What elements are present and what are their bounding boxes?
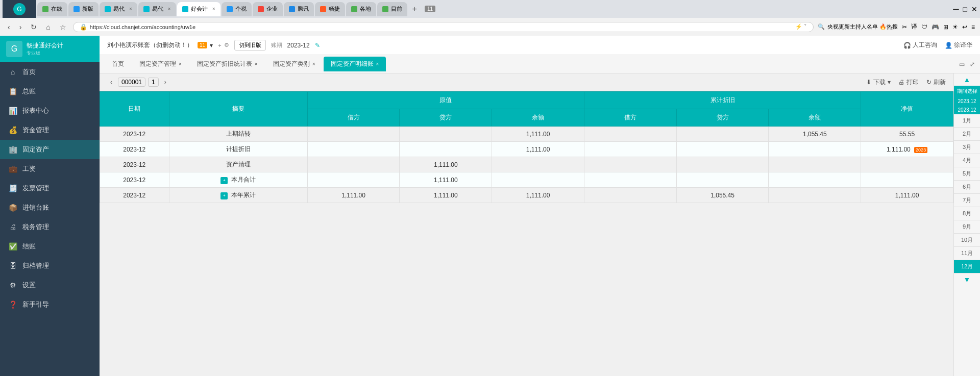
ledger-table: 日期 摘要 原值 累计折旧 净值 借方 贷方 余额 借方 贷方 余额 [100,91,953,203]
sidebar-item-ledger[interactable]: 📋 总账 [0,82,100,101]
expand-icon[interactable]: ⤢ [970,61,975,68]
cell-orig-balance: 1,111.00 [492,142,584,157]
period-month-5[interactable]: 5月 [954,167,980,181]
home-button[interactable]: ⌂ [43,22,53,32]
refresh-button[interactable]: ↻ 刷新 [926,78,946,87]
tab-favicon [182,6,188,12]
period-month-3[interactable]: 3月 [954,141,980,154]
refresh-button[interactable]: ↻ [28,22,39,32]
browser-tab-changjie[interactable]: 畅捷 [315,2,345,16]
cell-summary: + 本年累计 [169,188,307,203]
service-button[interactable]: 🎧 人工咨询 [903,41,937,49]
collapse-icon[interactable]: ▭ [959,61,965,68]
tab-close-icon[interactable]: × [212,6,215,12]
back-button[interactable]: ‹ [5,22,13,32]
page-tab-depreciation-stats[interactable]: 固定资产折旧统计表 × [190,57,265,71]
period-month-7[interactable]: 7月 [954,194,980,207]
period-year-2023-12-2[interactable]: 2023.12 [954,106,980,114]
edit-period-icon[interactable]: ✎ [315,42,320,49]
grid-icon[interactable]: ⊞ [943,23,948,31]
browser-tab-yidai1[interactable]: 易代 × [100,2,137,16]
period-month-4[interactable]: 4月 [954,154,980,167]
translate-icon[interactable]: 译 [911,22,917,31]
theme-icon[interactable]: ☀ [952,23,958,31]
sidebar-item-home[interactable]: ⌂ 首页 [0,62,100,82]
period-year-2023-12[interactable]: 2023.12 [954,97,980,106]
address-bar[interactable]: 🔒 https://cloud.chanjet.com/accounting/u… [73,22,814,32]
prev-page-button[interactable]: ‹ [107,78,115,87]
close-icon[interactable]: ✕ [971,5,977,13]
sidebar-item-funds[interactable]: 💰 资金管理 [0,120,100,140]
bookmark-button[interactable]: ☆ [57,22,69,32]
shield-icon[interactable]: 🛡 [921,23,927,31]
page-number[interactable]: 1 [148,78,159,87]
browser-tab-yidai2[interactable]: 易代 × [138,2,176,16]
period-month-6[interactable]: 6月 [954,181,980,194]
browser-tab-gedi[interactable]: 各地 [346,2,376,16]
browser-tab-muqian[interactable]: 目前 [377,2,407,16]
browser-tab-haokuaiji[interactable]: 好会计 × [177,2,220,16]
page-tab-fixed-assets-mgmt[interactable]: 固定资产管理 × [132,57,189,71]
th-orig-debit: 借方 [307,109,400,127]
tab-close-icon[interactable]: × [129,6,132,12]
next-page-button[interactable]: › [161,78,169,87]
tab-favicon [105,6,111,12]
browser-tab-geshui[interactable]: 个税 [222,2,252,16]
cell-accum-credit [676,157,769,172]
sidebar-item-tax[interactable]: 🖨 税务管理 [0,217,100,237]
add-company-icon[interactable]: + [218,42,221,48]
browser-tab-xinban[interactable]: 新版 [68,2,99,16]
company-selector[interactable]: 刘小艳演示账套（勿删勿动！） 11 ▾ + ⚙ [107,41,229,49]
invoice-icon: 🧾 [8,184,17,193]
th-orig-credit: 贷方 [400,109,492,127]
maximize-icon[interactable]: □ [963,5,967,13]
download-button[interactable]: ⬇ 下载 ▾ [866,78,891,87]
period-month-10[interactable]: 10月 [954,234,980,247]
tab-area-actions: ▭ ⤢ [959,61,975,68]
period-header[interactable]: 期间选择 [954,86,980,97]
tab-close-asset-category[interactable]: × [312,61,315,67]
sidebar-item-guide[interactable]: ❓ 新手引导 [0,295,100,314]
browser-tab-tencent[interactable]: 腾讯 [284,2,314,16]
history-icon[interactable]: ↩ [962,23,967,31]
sidebar-item-salary[interactable]: 💼 工资 [0,159,100,179]
print-button[interactable]: 🖨 打印 [898,78,919,87]
sidebar-item-archive[interactable]: 🗄 归档管理 [0,256,100,275]
forward-button[interactable]: › [17,22,24,32]
browser-tab-qiye[interactable]: 企业 [253,2,283,16]
home-icon: ⌂ [8,67,17,77]
user-profile[interactable]: 👤 徐译华 [945,41,972,49]
sidebar-item-invoice[interactable]: 🧾 发票管理 [0,179,100,198]
minimize-icon[interactable]: ─ [953,5,959,14]
sidebar-item-reports[interactable]: 📊 报表中心 [0,101,100,120]
tab-close-icon[interactable]: × [168,6,171,12]
menu-icon[interactable]: ≡ [971,23,975,31]
page-tab-home[interactable]: 首页 [105,57,131,71]
tab-close-fixed-assets-mgmt[interactable]: × [179,61,182,67]
period-month-11[interactable]: 11月 [954,247,980,260]
funds-icon: 💰 [8,126,17,135]
period-month-9[interactable]: 9月 [954,220,980,234]
tab-close-depreciation-stats[interactable]: × [255,61,258,67]
cell-orig-balance [492,157,584,172]
sidebar: G 畅捷通好会计 专业版 ⌂ 首页 📋 总账 📊 报表中心 💰 资金管理 [0,36,100,376]
settings-company-icon[interactable]: ⚙ [224,42,229,48]
tab-close-asset-ledger[interactable]: × [376,61,379,67]
switch-version-button[interactable]: 切到旧版 [234,40,266,51]
browser-tab-zaixin[interactable]: 在线 [37,2,67,16]
sidebar-item-purchase-sales[interactable]: 📦 进销台账 [0,198,100,217]
sidebar-item-fixed-assets[interactable]: 🏢 固定资产 [0,140,100,159]
period-month-12[interactable]: 12月 [954,260,980,273]
scissors-icon[interactable]: ✂ [902,23,907,31]
period-scroll-down[interactable]: ▼ [954,273,980,286]
period-scroll-up[interactable]: ▲ [954,73,980,86]
page-tab-asset-ledger[interactable]: 固定资产明细账 × [324,57,386,71]
period-month-2[interactable]: 2月 [954,128,980,141]
period-month-8[interactable]: 8月 [954,207,980,220]
sidebar-item-checkout[interactable]: ✅ 结账 [0,237,100,256]
new-tab-button[interactable]: + [408,5,421,14]
period-month-1[interactable]: 1月 [954,114,980,128]
game-icon[interactable]: 🎮 [932,23,939,31]
sidebar-item-settings[interactable]: ⚙ 设置 [0,275,100,295]
page-tab-asset-category[interactable]: 固定资产类别 × [266,57,323,71]
